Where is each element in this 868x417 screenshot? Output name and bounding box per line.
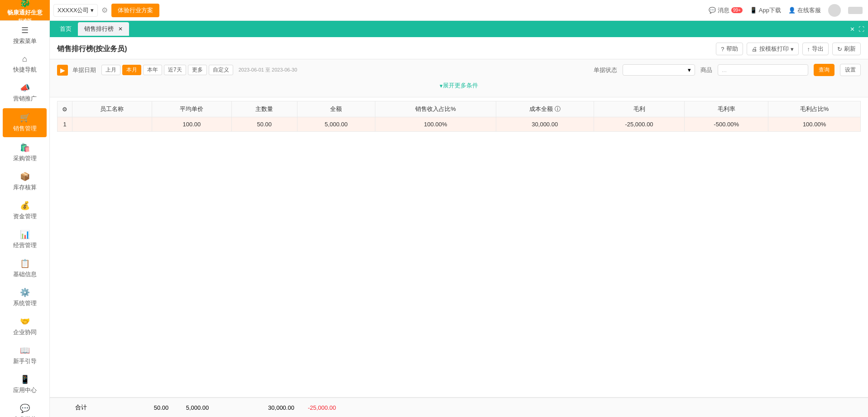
refresh-button[interactable]: ↻ 刷新 xyxy=(832,43,861,55)
th-sales-ratio: 销售收入占比% xyxy=(375,101,496,117)
query-button[interactable]: 查询 xyxy=(814,64,834,76)
sidebar-label-finance: 资金管理 xyxy=(13,212,37,220)
cell-gross-ratio: 100.00% xyxy=(768,117,861,132)
filter-row-main: ▶ 单据日期 上月 本月 本年 近7天 更多 自定义 2023-06-01 至 … xyxy=(57,64,861,76)
sidebar-label-marketing: 营销推广 xyxy=(13,95,37,103)
total-amount: 5,000.00 xyxy=(179,403,216,413)
goods-placeholder: ... xyxy=(722,67,804,73)
wechat-icon: 💬 xyxy=(20,403,30,413)
cell-avg-price: 100.00 xyxy=(152,117,231,132)
th-employee: 员工名称 xyxy=(72,101,152,117)
sidebar-item-appcenter[interactable]: 📱 应用中心 xyxy=(0,370,49,399)
table-row: 1 100.00 50.00 5,000.00 100.00% 30,000.0… xyxy=(58,117,861,132)
logo-line2: 标准版 xyxy=(18,18,32,24)
main-layout: ☰ 搜索菜单 ⌂ 快捷导航 📣 营销推广 🛒 销售管理 🛍️ 采购管理 📦 库存… xyxy=(0,21,868,417)
sidebar-item-system[interactable]: ⚙️ 系统管理 xyxy=(0,283,49,312)
table-header-row: ⚙ 员工名称 平均单价 主数量 全额 销售收入占比% 成本全额 ⓘ 毛利 毛利率… xyxy=(58,101,861,117)
sidebar-item-management[interactable]: 📊 经营管理 xyxy=(0,225,49,254)
tab-maximize-icon[interactable]: ⛶ xyxy=(858,26,864,33)
th-settings: ⚙ xyxy=(58,101,72,117)
export-button[interactable]: ↑ 导出 xyxy=(802,43,829,55)
date-filter-group: 上月 本月 本年 近7天 更多 自定义 xyxy=(101,65,233,75)
tab-bar-right: ✕ ⛶ xyxy=(850,26,864,33)
tab-close-icon[interactable]: ✕ xyxy=(118,26,123,32)
sidebar-item-finance[interactable]: 💰 资金管理 xyxy=(0,196,49,225)
system-icon: ⚙️ xyxy=(20,288,30,297)
message-btn[interactable]: 💬 消息 99+ xyxy=(709,6,743,14)
app-download-label: App下载 xyxy=(759,6,781,14)
refresh-icon: ↻ xyxy=(837,46,842,53)
date-btn-this-year[interactable]: 本年 xyxy=(143,65,162,75)
sidebar-item-inventory[interactable]: 📦 库存核算 xyxy=(0,167,49,196)
data-table: ⚙ 员工名称 平均单价 主数量 全额 销售收入占比% 成本全额 ⓘ 毛利 毛利率… xyxy=(57,101,861,132)
company-name: XXXXX公司 xyxy=(58,6,89,14)
status-select[interactable]: ▾ xyxy=(623,64,695,76)
settings-icon[interactable]: ⚙ xyxy=(101,6,108,14)
table-footer: 合计 50.00 5,000.00 30,000.00 -25,000.00 xyxy=(50,397,868,417)
goods-label: 商品 xyxy=(700,66,712,74)
sidebar-label-wechat: 企业微信 xyxy=(13,415,37,417)
sidebar-label-newbie: 新手引导 xyxy=(13,357,37,365)
inventory-icon: 📦 xyxy=(20,172,30,182)
goods-input[interactable]: ... xyxy=(718,64,808,76)
settings-button[interactable]: 设置 xyxy=(840,64,861,76)
sidebar-item-purchase[interactable]: 🛍️ 采购管理 xyxy=(0,138,49,167)
sidebar-label-sales: 销售管理 xyxy=(13,125,37,133)
user-avatar[interactable] xyxy=(828,4,841,17)
app-download-btn[interactable]: 📱 App下载 xyxy=(750,6,781,14)
sidebar-item-quicknav[interactable]: ⌂ 快捷导航 xyxy=(0,50,49,78)
cell-employee xyxy=(72,117,152,132)
message-label: 消息 xyxy=(718,6,729,14)
filter-toggle-arrow[interactable]: ▶ xyxy=(57,65,68,76)
cell-rank: 1 xyxy=(58,117,72,132)
user-name-placeholder xyxy=(848,7,863,14)
date-btn-this-month[interactable]: 本月 xyxy=(122,65,141,75)
date-btn-last-month[interactable]: 上月 xyxy=(101,65,120,75)
date-btn-7days[interactable]: 近7天 xyxy=(164,65,186,75)
print-button[interactable]: 🖨 按模板打印 ▾ xyxy=(747,43,799,55)
purchase-icon: 🛍️ xyxy=(20,143,30,153)
service-icon: 👤 xyxy=(788,7,796,14)
sidebar: ☰ 搜索菜单 ⌂ 快捷导航 📣 营销推广 🛒 销售管理 🛍️ 采购管理 📦 库存… xyxy=(0,21,50,417)
logo-icon: 🐉 xyxy=(19,0,31,8)
tab-bar: 首页 销售排行榜 ✕ ✕ ⛶ xyxy=(50,21,868,37)
date-btn-custom[interactable]: 自定义 xyxy=(209,65,233,75)
total-main-qty: 50.00 xyxy=(143,403,179,413)
help-icon: ? xyxy=(721,46,724,53)
status-label: 单据状态 xyxy=(594,66,617,74)
print-chevron-icon: ▾ xyxy=(791,46,794,53)
total-cost: 30,000.00 xyxy=(261,403,302,413)
trial-button[interactable]: 体验行业方案 xyxy=(111,4,159,17)
sidebar-label-management: 经营管理 xyxy=(13,241,37,249)
tab-close-window-icon[interactable]: ✕ xyxy=(850,26,855,33)
sidebar-item-collab[interactable]: 🤝 企业协同 xyxy=(0,312,49,341)
tab-home[interactable]: 首页 xyxy=(53,22,78,36)
page-content: 销售排行榜(按业务员) ? 帮助 🖨 按模板打印 ▾ ↑ 导出 xyxy=(50,37,868,417)
page-header: 销售排行榜(按业务员) ? 帮助 🖨 按模板打印 ▾ ↑ 导出 xyxy=(50,37,868,59)
online-service-btn[interactable]: 👤 在线客服 xyxy=(788,6,821,14)
total-label: 合计 xyxy=(71,402,107,413)
th-gross-profit: 毛利 xyxy=(594,101,685,117)
cell-total: 5,000.00 xyxy=(297,117,375,132)
th-main-qty: 主数量 xyxy=(231,101,297,117)
sidebar-item-basic[interactable]: 📋 基础信息 xyxy=(0,254,49,283)
sidebar-item-wechat[interactable]: 💬 企业微信 xyxy=(0,399,49,417)
logo-line1: 畅康通好生意 xyxy=(7,9,43,17)
help-button[interactable]: ? 帮助 xyxy=(716,43,743,55)
sidebar-item-newbie[interactable]: 📖 新手引导 xyxy=(0,341,49,370)
tab-sales-ranking[interactable]: 销售排行榜 ✕ xyxy=(78,22,129,36)
page-actions: ? 帮助 🖨 按模板打印 ▾ ↑ 导出 ↻ 刷新 xyxy=(716,43,861,55)
print-icon: 🖨 xyxy=(752,46,758,53)
sidebar-item-search[interactable]: ☰ 搜索菜单 xyxy=(0,21,49,50)
total-sales-ratio xyxy=(216,406,261,409)
expand-more-btn[interactable]: ▾ 展开更多条件 xyxy=(437,79,481,92)
appcenter-icon: 📱 xyxy=(20,374,30,384)
date-btn-more[interactable]: 更多 xyxy=(188,65,207,75)
sidebar-item-sales[interactable]: 🛒 销售管理 xyxy=(3,108,47,137)
management-icon: 📊 xyxy=(20,230,30,240)
company-selector[interactable]: XXXXX公司 ▾ xyxy=(53,4,98,17)
sidebar-item-marketing[interactable]: 📣 营销推广 xyxy=(0,78,49,107)
online-service-label: 在线客服 xyxy=(797,6,821,14)
chevron-down-icon: ▾ xyxy=(91,7,94,14)
th-gross-rate: 毛利率 xyxy=(685,101,768,117)
